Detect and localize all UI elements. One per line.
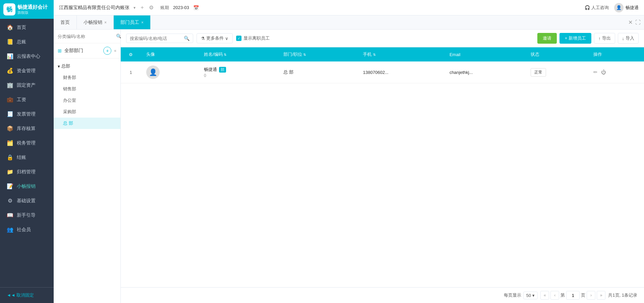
sidebar-toggle[interactable]: ◄◄ 取消固定 bbox=[0, 287, 54, 303]
sidebar-item-inventory[interactable]: 📦 库存核算 bbox=[0, 121, 54, 136]
import-button[interactable]: ↓ 导入 bbox=[618, 33, 639, 44]
user-avatar: 👤 bbox=[614, 3, 624, 12]
sidebar-item-home[interactable]: 🏠 首页 bbox=[0, 20, 54, 35]
sort-icon: ⇅ bbox=[373, 53, 376, 56]
dept-item-finance[interactable]: 财务部 bbox=[54, 72, 120, 83]
dept-add-button[interactable]: + bbox=[103, 47, 111, 55]
employee-search-input[interactable] bbox=[130, 36, 182, 41]
import-icon: ↓ bbox=[622, 36, 625, 41]
dept-item-procurement[interactable]: 采购部 bbox=[54, 106, 120, 118]
page-label-2: 页 bbox=[581, 292, 585, 298]
support-label: 人工咨询 bbox=[591, 5, 609, 11]
dept-item-label: 总 部 bbox=[63, 120, 73, 126]
dropdown-icon: ▾ bbox=[532, 293, 535, 298]
sidebar-item-archive[interactable]: 📁 归档管理 bbox=[0, 165, 54, 179]
sidebar-item-tax[interactable]: 🗂️ 税务管理 bbox=[0, 136, 54, 150]
sidebar-item-reports[interactable]: 📊 云报表中心 bbox=[0, 49, 54, 63]
sidebar: 畅 畅捷通好会计 旗舰版 🏠 首页 📒 总账 📊 云报表中心 💰 资金管理 🏢 … bbox=[0, 0, 54, 303]
sort-icon: ⇅ bbox=[303, 53, 306, 56]
employee-name: 畅捷通 bbox=[204, 67, 217, 73]
support-button[interactable]: 🎧 人工咨询 bbox=[585, 5, 609, 11]
maximize-window-icon[interactable]: ⛶ bbox=[635, 19, 641, 26]
sidebar-item-salary[interactable]: 💼 工资 bbox=[0, 92, 54, 107]
filter-button[interactable]: ⚗ 更多条件 ∨ bbox=[197, 33, 233, 43]
edit-button[interactable]: ✏ bbox=[593, 69, 598, 75]
col-name[interactable]: 姓名/编码 ⇅ bbox=[199, 47, 278, 61]
top-header: 江西服宝精品有限责任公司内账张 ▾ ＋ ⚙ 账期 2023-03 📅 🎧 人工咨… bbox=[54, 0, 644, 15]
action-buttons: ✏ ⏻ bbox=[593, 69, 639, 75]
tab-dept-label: 部门员工 bbox=[120, 19, 139, 26]
tab-home[interactable]: 首页 bbox=[54, 15, 77, 29]
table-header-row: ⚙ 头像 姓名/编码 ⇅ 部门/职位 ⇅ 手机 bbox=[121, 47, 644, 61]
col-dept[interactable]: 部门/职位 ⇅ bbox=[278, 47, 358, 61]
expand-icon: ▾ bbox=[58, 64, 60, 69]
sidebar-item-expense[interactable]: 📝 小畅报销 bbox=[0, 179, 54, 193]
header-right: 🎧 人工咨询 👤 畅捷通 bbox=[585, 3, 639, 12]
show-resigned-checkbox[interactable]: ✓ bbox=[236, 36, 241, 41]
dept-item-sales[interactable]: 销售部 bbox=[54, 83, 120, 95]
col-settings[interactable]: ⚙ bbox=[121, 47, 141, 61]
sidebar-item-invoice[interactable]: 🧾 发票管理 bbox=[0, 107, 54, 121]
col-phone[interactable]: 手机 ⇅ bbox=[358, 47, 444, 61]
settings-icon[interactable]: ⚙ bbox=[149, 4, 154, 11]
calendar-icon[interactable]: 📅 bbox=[193, 5, 199, 10]
export-button[interactable]: ↑ 导出 bbox=[594, 33, 615, 44]
dept-grid-icon: ⊞ bbox=[58, 48, 62, 53]
dept-item-label: 销售部 bbox=[63, 86, 76, 92]
home-icon: 🏠 bbox=[7, 24, 13, 31]
invite-button[interactable]: 邀请 bbox=[537, 33, 557, 44]
employee-table-container: ⚙ 头像 姓名/编码 ⇅ 部门/职位 ⇅ 手机 bbox=[121, 47, 644, 287]
next-page-button[interactable]: › bbox=[587, 291, 595, 300]
dept-tag: 部 bbox=[219, 67, 226, 73]
show-resigned-toggle[interactable]: ✓ 显示离职员工 bbox=[236, 35, 270, 41]
page-size-dropdown[interactable]: 50 ▾ bbox=[523, 292, 538, 299]
dept-collapse-icon[interactable]: « bbox=[114, 48, 116, 53]
tab-dept-close[interactable]: × bbox=[141, 20, 144, 25]
logout-button[interactable]: ⏻ bbox=[601, 69, 606, 75]
user-info[interactable]: 👤 畅捷通 bbox=[614, 3, 639, 12]
dept-search-input[interactable] bbox=[58, 34, 114, 39]
sidebar-item-assets[interactable]: 🏢 固定资产 bbox=[0, 78, 54, 92]
archive-icon: 📁 bbox=[7, 169, 13, 175]
import-label: 导入 bbox=[626, 35, 634, 41]
close-window-icon[interactable]: ✕ bbox=[628, 19, 633, 26]
sidebar-item-settings[interactable]: ⚙ 基础设置 bbox=[0, 193, 54, 208]
add-employee-button[interactable]: + 新增员工 bbox=[559, 33, 591, 44]
last-page-button[interactable]: » bbox=[597, 291, 605, 300]
username: 畅捷通 bbox=[626, 5, 639, 11]
tab-expense[interactable]: 小畅报销 × bbox=[77, 15, 114, 29]
total-info: 共1页, 1条记录 bbox=[608, 292, 637, 298]
first-page-button[interactable]: « bbox=[540, 291, 549, 300]
toolbar: 🔍 ⚗ 更多条件 ∨ ✓ 显示离职员工 邀请 + 新增员工 ↑ 导出 bbox=[121, 30, 644, 47]
table-row: 1 👤 畅捷通 部 0 总 部 bbox=[121, 61, 644, 83]
per-page-label: 每页显示 bbox=[504, 292, 521, 298]
per-page-value: 50 bbox=[526, 293, 531, 298]
tab-expense-close[interactable]: × bbox=[104, 20, 107, 25]
guide-icon: 📖 bbox=[7, 212, 13, 218]
sidebar-item-label: 发票管理 bbox=[17, 111, 36, 117]
sidebar-item-ledger[interactable]: 📒 总账 bbox=[0, 35, 54, 49]
employee-search-icon[interactable]: 🔍 bbox=[184, 36, 190, 41]
sidebar-item-closing[interactable]: 🔒 结账 bbox=[0, 150, 54, 165]
period-label: 账期 bbox=[160, 5, 169, 11]
dept-item-headquarters[interactable]: ▾ 总部 bbox=[54, 60, 120, 72]
col-avatar: 头像 bbox=[141, 47, 199, 61]
company-dropdown-icon[interactable]: ▾ bbox=[133, 5, 136, 10]
company-name: 江西服宝精品有限责任公司内账张 bbox=[59, 5, 129, 11]
sidebar-item-label: 税务管理 bbox=[17, 140, 36, 146]
sidebar-item-member[interactable]: 👥 社会员 bbox=[0, 222, 54, 237]
col-email: Email bbox=[444, 47, 525, 61]
tab-bar: 首页 小畅报销 × 部门员工 × ✕ ⛶ bbox=[54, 15, 644, 30]
invoice-icon: 🧾 bbox=[7, 111, 13, 117]
tab-dept[interactable]: 部门员工 × bbox=[114, 15, 151, 29]
page-input[interactable] bbox=[566, 291, 580, 300]
page-size-select: 每页显示 50 ▾ bbox=[504, 292, 538, 299]
dept-item-office[interactable]: 办公室 bbox=[54, 95, 120, 106]
dept-item-label: 办公室 bbox=[63, 97, 76, 103]
sidebar-item-label: 首页 bbox=[17, 25, 26, 31]
sidebar-item-funds[interactable]: 💰 资金管理 bbox=[0, 63, 54, 78]
add-company-icon[interactable]: ＋ bbox=[140, 4, 145, 11]
sidebar-item-guide[interactable]: 📖 新手引导 bbox=[0, 208, 54, 222]
prev-page-button[interactable]: ‹ bbox=[550, 291, 559, 300]
dept-item-general[interactable]: 总 部 bbox=[54, 118, 120, 129]
